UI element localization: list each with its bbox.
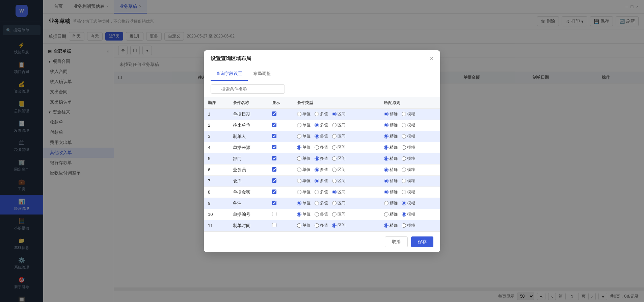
match-radio-opt[interactable]: 精确 [384,122,398,128]
display-checkbox[interactable] [272,111,276,116]
display-checkbox[interactable] [272,167,276,172]
type-radio-input[interactable] [315,190,319,194]
type-radio-opt[interactable]: 单值 [297,145,311,150]
type-radio-opt[interactable]: 多值 [315,122,328,128]
match-radio-input[interactable] [402,145,406,150]
type-radio-input[interactable] [297,190,301,194]
type-radio-input[interactable] [297,112,301,116]
type-radio-opt[interactable]: 区间 [332,200,346,206]
type-radio-input[interactable] [332,156,337,161]
type-radio-opt[interactable]: 多值 [315,200,328,206]
match-radio-opt[interactable]: 精确 [384,211,398,217]
type-radio-opt[interactable]: 区间 [332,145,346,150]
dialog-close-btn[interactable]: × [430,55,433,62]
type-radio-input[interactable] [297,179,301,183]
type-radio-input[interactable] [332,145,337,150]
type-radio-opt[interactable]: 区间 [332,156,346,161]
display-checkbox[interactable] [272,201,276,205]
match-radio-opt[interactable]: 精确 [384,200,398,206]
match-radio-input[interactable] [384,123,388,127]
match-radio-input[interactable] [402,201,406,205]
type-radio-opt[interactable]: 多值 [315,167,328,173]
type-radio-input[interactable] [297,168,301,172]
match-radio-input[interactable] [384,212,388,217]
type-radio-opt[interactable]: 区间 [332,133,346,139]
type-radio-opt[interactable]: 单值 [297,178,311,184]
type-radio-opt[interactable]: 多值 [315,145,328,150]
match-radio-input[interactable] [402,190,406,194]
match-radio-input[interactable] [402,134,406,139]
match-radio-input[interactable] [402,168,406,172]
type-radio-opt[interactable]: 单值 [297,167,311,173]
match-radio-input[interactable] [384,112,388,116]
match-radio-opt[interactable]: 模糊 [402,189,415,195]
type-radio-opt[interactable]: 单值 [297,122,311,128]
match-radio-input[interactable] [384,223,388,228]
type-radio-input[interactable] [315,156,319,161]
type-radio-opt[interactable]: 区间 [332,223,346,228]
type-radio-input[interactable] [315,201,319,205]
type-radio-opt[interactable]: 单值 [297,223,311,228]
type-radio-input[interactable] [332,179,337,183]
type-radio-input[interactable] [332,212,337,217]
match-radio-opt[interactable]: 模糊 [402,145,415,150]
type-radio-input[interactable] [332,168,337,172]
type-radio-opt[interactable]: 区间 [332,211,346,217]
type-radio-opt[interactable]: 单值 [297,111,311,117]
display-checkbox[interactable] [272,123,276,127]
type-radio-input[interactable] [297,134,301,139]
match-radio-opt[interactable]: 模糊 [402,178,415,184]
type-radio-input[interactable] [315,168,319,172]
type-radio-opt[interactable]: 区间 [332,111,346,117]
match-radio-opt[interactable]: 模糊 [402,223,415,228]
match-radio-opt[interactable]: 模糊 [402,133,415,139]
match-radio-input[interactable] [402,223,406,228]
type-radio-opt[interactable]: 区间 [332,167,346,173]
dialog-tab-fields[interactable]: 查询字段设置 [211,67,248,81]
type-radio-opt[interactable]: 区间 [332,178,346,184]
type-radio-opt[interactable]: 单值 [297,211,311,217]
type-radio-opt[interactable]: 单值 [297,156,311,161]
match-radio-opt[interactable]: 精确 [384,223,398,228]
display-checkbox[interactable] [272,212,276,216]
type-radio-input[interactable] [332,190,337,194]
condition-search-input[interactable] [211,84,285,94]
type-radio-input[interactable] [332,134,337,139]
type-radio-input[interactable] [332,112,337,116]
match-radio-opt[interactable]: 模糊 [402,211,415,217]
type-radio-opt[interactable]: 多值 [315,223,328,228]
type-radio-input[interactable] [297,156,301,161]
match-radio-input[interactable] [402,212,406,217]
match-radio-opt[interactable]: 模糊 [402,122,415,128]
type-radio-opt[interactable]: 区间 [332,122,346,128]
match-radio-input[interactable] [384,145,388,150]
cancel-button[interactable]: 取消 [385,236,408,247]
display-checkbox[interactable] [272,223,276,227]
match-radio-input[interactable] [384,201,388,205]
display-checkbox[interactable] [272,145,276,149]
type-radio-input[interactable] [297,212,301,217]
match-radio-opt[interactable]: 精确 [384,133,398,139]
match-radio-input[interactable] [402,156,406,161]
match-radio-input[interactable] [402,112,406,116]
type-radio-input[interactable] [315,112,319,116]
type-radio-opt[interactable]: 多值 [315,133,328,139]
match-radio-opt[interactable]: 精确 [384,178,398,184]
match-radio-opt[interactable]: 精确 [384,145,398,150]
match-radio-input[interactable] [384,156,388,161]
type-radio-opt[interactable]: 多值 [315,156,328,161]
display-checkbox[interactable] [272,156,276,160]
match-radio-opt[interactable]: 模糊 [402,200,415,206]
type-radio-opt[interactable]: 多值 [315,178,328,184]
type-radio-input[interactable] [297,223,301,228]
match-radio-opt[interactable]: 模糊 [402,156,415,161]
type-radio-opt[interactable]: 多值 [315,189,328,195]
match-radio-input[interactable] [402,123,406,127]
display-checkbox[interactable] [272,190,276,194]
match-radio-input[interactable] [384,190,388,194]
type-radio-opt[interactable]: 单值 [297,189,311,195]
match-radio-input[interactable] [384,134,388,139]
match-radio-opt[interactable]: 模糊 [402,167,415,173]
dialog-tab-layout[interactable]: 布局调整 [248,67,276,81]
match-radio-input[interactable] [402,179,406,183]
